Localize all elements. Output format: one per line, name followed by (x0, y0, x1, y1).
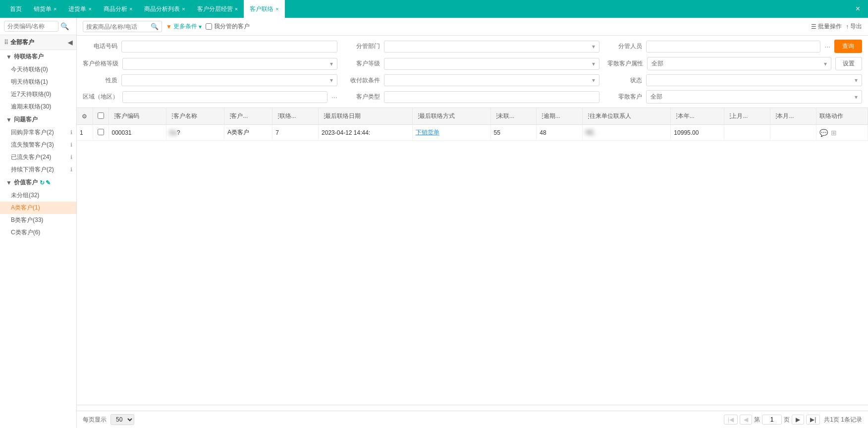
settings-button[interactable]: 设置 (835, 57, 862, 70)
sidebar-item-declining[interactable]: 持续下滑客户(2) ℹ (0, 163, 76, 176)
nav-sales-order[interactable]: 销货单 × (28, 0, 62, 18)
refresh-icon[interactable]: ↻ (40, 179, 45, 186)
close-window-button[interactable]: × (852, 4, 864, 13)
gear-icon[interactable]: ⚙ (82, 113, 87, 120)
nav-home[interactable]: 首页 (4, 0, 28, 18)
row-checkbox[interactable] (98, 129, 104, 135)
region-dots-icon[interactable]: ··· (331, 93, 337, 101)
phone-input[interactable] (121, 41, 337, 53)
sidebar-item-abnormal-repurchase[interactable]: 回购异常客户(2) ℹ (0, 126, 76, 139)
message-icon[interactable]: 💬 (819, 129, 828, 137)
sidebar-item-b-class[interactable]: B类客户(33) (0, 214, 76, 226)
status-select[interactable]: ▾ (646, 74, 862, 86)
filter-bar: 🔍 ▼ 更多条件 ▾ 我分管的客户 ☰ 批量操作 ↑ 导出 (77, 18, 868, 36)
nav-product-analysis[interactable]: 商品分析 × (98, 0, 138, 18)
resize-handle-10[interactable]: ⋮ (674, 112, 676, 119)
group-value-customers[interactable]: ▼ 价值客户 ↻ ✎ (0, 176, 76, 189)
resize-handle-9[interactable]: ⋮ (586, 112, 588, 119)
sidebar-item-overdue-contact[interactable]: 逾期未联络(30) (0, 101, 76, 113)
td-last-contact-method[interactable]: 下销货单 (412, 125, 490, 141)
phone-label: 电话号码 (83, 42, 117, 51)
my-customers-check[interactable] (206, 23, 212, 30)
nav-purchase-order[interactable]: 进货单 × (62, 0, 97, 18)
horizontal-scrollbar[interactable] (77, 405, 868, 411)
sidebar-item-tomorrow-contact[interactable]: 明天待联络(1) (0, 76, 76, 88)
more-conditions-button[interactable]: ▼ 更多条件 ▾ (166, 22, 202, 31)
sidebar-item-a-class[interactable]: A类客户(1) (0, 202, 76, 214)
manager-dots-icon[interactable]: ··· (824, 43, 830, 51)
scatter-customer-chevron-icon: ▾ (855, 94, 858, 101)
customer-level-select[interactable]: ▾ (384, 58, 600, 70)
sidebar-item-7days-contact[interactable]: 近7天待联络(0) (0, 88, 76, 101)
page-number-input[interactable] (762, 415, 782, 425)
export-button[interactable]: ↑ 导出 (846, 22, 862, 31)
close-sales-order[interactable]: × (54, 6, 56, 12)
edit-icon[interactable]: ✎ (46, 179, 51, 186)
td-this-year: 10995.00 (671, 125, 724, 141)
dept-label: 分管部门 (345, 42, 380, 51)
nav-product-analysis-list[interactable]: 商品分析列表 × (138, 0, 191, 18)
group-problem-customers[interactable]: ▼ 问题客户 (0, 113, 76, 126)
scatter-attr-select[interactable]: 全部▾ (647, 57, 831, 70)
sidebar-item-c-class[interactable]: C类客户(6) (0, 226, 76, 239)
query-button[interactable]: 查询 (834, 40, 862, 53)
page-label: 第 (754, 416, 760, 424)
filter-search-icon[interactable]: 🔍 (151, 23, 159, 30)
collapse-sidebar-icon[interactable]: ◀ (68, 39, 72, 46)
td-checkbox[interactable] (93, 125, 108, 141)
filter-search-input[interactable] (86, 23, 151, 30)
qr-icon[interactable]: ⊞ (831, 129, 837, 137)
my-customers-checkbox[interactable]: 我分管的客户 (206, 22, 250, 31)
scatter-customer-select[interactable]: 全部▾ (646, 90, 862, 104)
resize-handle[interactable]: ⋮ (112, 112, 114, 119)
nav-customer-contact[interactable]: 客户联络 × (244, 0, 284, 18)
th-gear[interactable]: ⚙ (77, 108, 93, 125)
last-page-button[interactable]: ▶| (806, 415, 820, 425)
td-index: 1 (77, 125, 93, 141)
filter-icon: ▼ (166, 23, 172, 30)
last-contact-method-link[interactable]: 下销货单 (416, 129, 439, 136)
prev-page-button[interactable]: ◀ (740, 415, 752, 425)
next-page-button[interactable]: ▶ (792, 415, 804, 425)
close-product-analysis-list[interactable]: × (182, 6, 185, 12)
chevron-down-icon: ▾ (199, 23, 202, 30)
batch-operation-button[interactable]: ☰ 批量操作 (811, 22, 842, 31)
customer-level-label: 客户等级 (345, 59, 380, 68)
page-size-select[interactable]: 50 (110, 414, 134, 425)
sidebar-item-today-contact[interactable]: 今天待联络(0) (0, 63, 76, 76)
group-pending-contact[interactable]: ▼ 待联络客户 (0, 50, 76, 63)
th-checkbox[interactable] (93, 108, 108, 125)
close-purchase-order[interactable]: × (88, 6, 91, 12)
filter-search-box[interactable]: 🔍 (83, 21, 162, 32)
close-customer-segmentation[interactable]: × (235, 6, 238, 12)
resize-handle-6[interactable]: ⋮ (416, 112, 418, 119)
region-input[interactable] (122, 91, 327, 103)
sidebar-item-churned[interactable]: 已流失客户(24) ℹ (0, 151, 76, 163)
all-customers-header[interactable]: ⠿ 全部客户 ◀ (0, 35, 76, 50)
select-all-checkbox[interactable] (98, 112, 104, 119)
nav-customer-segmentation[interactable]: 客户分层经营 × (191, 0, 244, 18)
manager-input[interactable] (646, 41, 820, 53)
resize-handle-4[interactable]: ⋮ (275, 112, 277, 119)
resize-handle-11[interactable]: ⋮ (727, 112, 729, 119)
resize-handle-5[interactable]: ⋮ (322, 112, 324, 119)
nature-select[interactable]: ▾ (121, 74, 337, 86)
customer-type-input[interactable] (384, 91, 600, 103)
resize-handle-2[interactable]: ⋮ (169, 112, 171, 119)
close-product-analysis[interactable]: × (129, 6, 132, 12)
sidebar-item-ungrouped[interactable]: 未分组(32) (0, 189, 76, 202)
close-customer-contact[interactable]: × (275, 6, 278, 12)
payment-terms-select[interactable]: ▾ (384, 74, 600, 86)
resize-handle-8[interactable]: ⋮ (540, 112, 542, 119)
price-level-select[interactable]: ▾ (122, 58, 337, 70)
sidebar-item-churn-warning[interactable]: 流失预警客户(3) ℹ (0, 139, 76, 151)
dept-select[interactable]: ▾ (384, 41, 600, 53)
resize-handle-12[interactable]: ⋮ (773, 112, 775, 119)
first-page-button[interactable]: |◀ (724, 415, 738, 425)
content-area: 🔍 ▼ 更多条件 ▾ 我分管的客户 ☰ 批量操作 ↑ 导出 (77, 18, 868, 428)
th-contact-count: ⋮ 联络... (272, 108, 319, 125)
resize-handle-7[interactable]: ⋮ (494, 112, 496, 119)
resize-handle-3[interactable]: ⋮ (227, 112, 229, 119)
sidebar-search-icon[interactable]: 🔍 (60, 22, 69, 30)
sidebar-search-input[interactable] (4, 21, 58, 32)
